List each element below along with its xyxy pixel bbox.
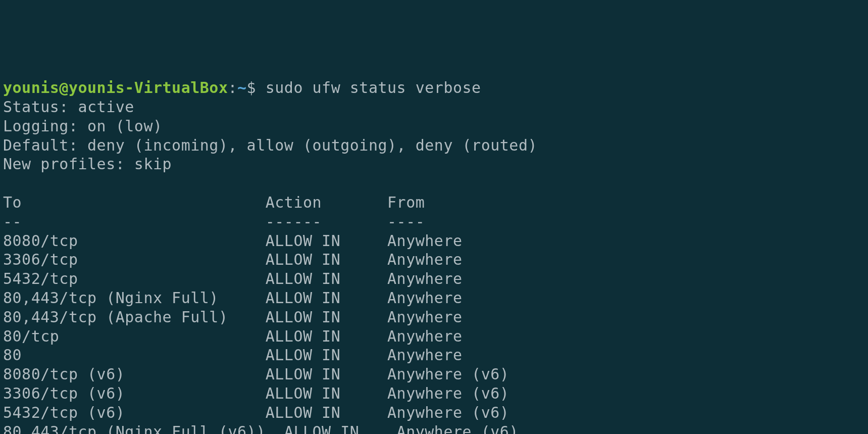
prompt-colon: : xyxy=(228,79,237,97)
default-line: Default: deny (incoming), allow (outgoin… xyxy=(3,136,537,154)
new-profiles-line: New profiles: skip xyxy=(3,155,172,173)
rules-block: 8080/tcp ALLOW IN Anywhere 3306/tcp ALLO… xyxy=(3,232,519,434)
prompt-dollar: $ xyxy=(247,79,266,97)
command-text: sudo ufw status verbose xyxy=(266,79,481,97)
header-row: To Action From xyxy=(3,194,425,211)
prompt-user-host: younis@younis-VirtualBox xyxy=(3,79,228,97)
terminal-output: younis@younis-VirtualBox:~$ sudo ufw sta… xyxy=(3,78,865,434)
status-line: Status: active xyxy=(3,98,134,116)
header-divider: -- ------ ---- xyxy=(3,213,425,230)
prompt-path: ~ xyxy=(237,79,247,97)
logging-line: Logging: on (low) xyxy=(3,117,163,135)
